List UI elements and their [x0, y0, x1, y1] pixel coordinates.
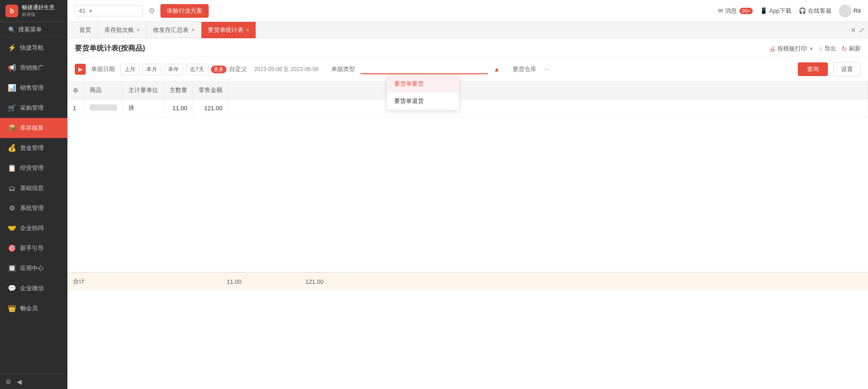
more-options-badge[interactable]: 更多 [211, 66, 226, 73]
tab-batch-account[interactable]: 库存批次账 × [98, 22, 147, 38]
page-header: 要货单统计表(按商品) 🖨 按模板打印 ▼ ↑ 导出 ↻ 刷新 [67, 38, 868, 57]
type-dropdown-toggle[interactable]: ▲ [493, 66, 500, 73]
type-filter-input[interactable] [360, 65, 488, 74]
export-btn[interactable]: ↑ 导出 [819, 45, 836, 53]
custom-date-btn[interactable]: 自定义 [229, 65, 247, 73]
query-btn[interactable]: 查询 [798, 62, 828, 76]
inventory-icon: 📦 [7, 123, 16, 133]
sidebar-item-operations[interactable]: 📋 经营管理 [0, 158, 67, 178]
store-dropdown-icon: ▼ [88, 8, 93, 14]
app-logo-icon: b [5, 5, 18, 17]
date-this-year-btn[interactable]: 本年 [164, 64, 183, 75]
messages-icon: ✉ [718, 7, 723, 14]
sidebar-item-wechat[interactable]: 💬 企业微信 [0, 278, 67, 298]
date-range-display: 2023-05-06 至 2023-06-06 [254, 66, 318, 73]
close-all-tabs-btn[interactable]: ✕ [851, 26, 856, 34]
print-template-btn[interactable]: 🖨 按模板打印 ▼ [769, 45, 814, 53]
sidebar-item-label: 快捷导航 [20, 44, 44, 52]
sidebar-item-label: 销售管理 [20, 84, 44, 92]
tab-home[interactable]: 首页 [73, 22, 98, 38]
dropdown-item-order-purchase[interactable]: 要货单要货 [387, 75, 459, 92]
sidebar-item-label: 应用中心 [20, 264, 44, 272]
print-icon: 🖨 [769, 45, 776, 52]
sidebar-item-system[interactable]: ⚙ 系统管理 [0, 198, 67, 218]
guide-icon: 🎯 [7, 244, 16, 253]
sidebar-search[interactable]: 🔍 搜索菜单 [0, 22, 67, 38]
filter-setting-btn[interactable]: 设置 [833, 62, 861, 77]
tab-home-label: 首页 [79, 26, 91, 34]
table-container: ⚙ 商品 主计量单位 主数量 零售金额 1 [67, 82, 868, 117]
tab-batch-account-close[interactable]: × [137, 27, 140, 33]
col-quantity: 主数量 [164, 82, 193, 99]
filter-expand-icon: ▶ [78, 66, 82, 72]
row-product [84, 99, 123, 117]
quick-nav-icon: ⚡ [7, 43, 16, 52]
gear-icon[interactable]: ⚙ [73, 87, 78, 94]
table-footer: 合计 11.00 121.00 [67, 272, 868, 290]
content-area: 要货单统计表(按商品) 🖨 按模板打印 ▼ ↑ 导出 ↻ 刷新 [67, 38, 868, 389]
tabbar-right-actions: ✕ ⤢ [847, 26, 868, 34]
sidebar-item-apps[interactable]: 🔲 应用中心 [0, 258, 67, 278]
filter-bar: ▶ 单据日期 上月 本月 本年 近7天 更多 自定义 2023-05-06 至 … [67, 57, 868, 82]
sidebar-item-member[interactable]: 👑 畅会员 [0, 298, 67, 318]
tab-order-summary[interactable]: 要货单统计表 × [201, 22, 256, 38]
tab-receive-summary-close[interactable]: × [191, 27, 195, 33]
sidebar-item-quick-nav[interactable]: ⚡ 快捷导航 [0, 38, 67, 58]
app-logo-text: 畅捷通好生意 标准版 [22, 4, 55, 17]
sidebar-item-guide[interactable]: 🎯 新手引导 [0, 238, 67, 258]
tab-receive-summary[interactable]: 收发存汇总表 × [147, 22, 201, 38]
footer-quantity: 11.00 [205, 278, 241, 285]
purchase-icon: 🛒 [7, 103, 16, 113]
page-header-actions: 🖨 按模板打印 ▼ ↑ 导出 ↻ 刷新 [769, 45, 861, 53]
sidebar-item-finance[interactable]: 💰 资金管理 [0, 138, 67, 158]
date-last-7-days-btn[interactable]: 近7天 [186, 64, 208, 75]
row-empty [228, 99, 868, 117]
app-download-btn[interactable]: 📱 App下载 [760, 7, 791, 15]
col-gear: ⚙ [67, 82, 84, 99]
online-service-btn[interactable]: 🎧 在线客服 [799, 7, 832, 15]
search-icon: 🔍 [8, 26, 15, 33]
sidebar-bottom: ⚙ ◀ [0, 374, 67, 389]
online-service-label: 在线客服 [808, 7, 832, 15]
sidebar-item-marketing[interactable]: 📢 营销推广 [0, 58, 67, 78]
sidebar-item-base[interactable]: 🗂 基础信息 [0, 178, 67, 198]
sidebar-item-label: 企业微信 [20, 284, 44, 292]
refresh-btn[interactable]: ↻ 刷新 [842, 45, 861, 53]
trial-button[interactable]: 体验行业方案 [160, 4, 209, 18]
messages-badge: 99+ [740, 8, 753, 14]
dropdown-item-order-return[interactable]: 要货单退货 [387, 92, 459, 110]
date-prev-month-btn[interactable]: 上月 [120, 64, 139, 75]
tab-order-summary-close[interactable]: × [246, 27, 249, 33]
store-selector[interactable]: 41 ▼ [75, 5, 143, 16]
sidebar-item-enterprise[interactable]: 🤝 企业协同 [0, 218, 67, 238]
sidebar-item-purchase[interactable]: 🛒 采购管理 [0, 98, 67, 118]
user-area[interactable]: Rit [839, 5, 861, 17]
messages-btn[interactable]: ✉ 消息 99+ [718, 7, 753, 15]
print-dropdown-icon: ▼ [809, 46, 814, 51]
member-icon: 👑 [7, 304, 16, 313]
print-template-label: 按模板打印 [777, 45, 807, 53]
topbar-gear-icon[interactable]: ⚙ [149, 6, 155, 15]
refresh-label: 刷新 [849, 45, 861, 53]
date-this-month-btn[interactable]: 本月 [142, 64, 161, 75]
sidebar-item-inventory[interactable]: 📦 库存核算 [0, 118, 67, 138]
filter-expand-btn[interactable]: ▶ [75, 64, 86, 75]
sidebar-item-label: 采购管理 [20, 104, 44, 112]
table-row: 1 块 11.00 121.00 [67, 99, 868, 117]
page-title: 要货单统计表(按商品) [75, 44, 145, 53]
date-filter-label: 单据日期 [91, 65, 115, 73]
warehouse-dots-btn[interactable]: ··· [544, 65, 550, 73]
finance-icon: 💰 [7, 143, 16, 153]
col-amount: 零售金额 [193, 82, 228, 99]
col-unit: 主计量单位 [123, 82, 164, 99]
expand-tab-btn[interactable]: ⤢ [859, 26, 864, 34]
sidebar-collapse-btn[interactable]: ◀ [17, 378, 22, 385]
tab-order-summary-label: 要货单统计表 [208, 26, 243, 34]
marketing-icon: 📢 [7, 63, 16, 72]
sidebar-settings-btn[interactable]: ⚙ [5, 378, 11, 385]
base-icon: 🗂 [7, 184, 16, 193]
col-empty [228, 82, 868, 99]
tabbar: 首页 库存批次账 × 收发存汇总表 × 要货单统计表 × ✕ ⤢ [67, 22, 868, 38]
sidebar-item-sales[interactable]: 📊 销售管理 [0, 78, 67, 98]
sidebar: b 畅捷通好生意 标准版 🔍 搜索菜单 ⚡ 快捷导航 📢 营销推广 📊 销售管理… [0, 0, 67, 389]
